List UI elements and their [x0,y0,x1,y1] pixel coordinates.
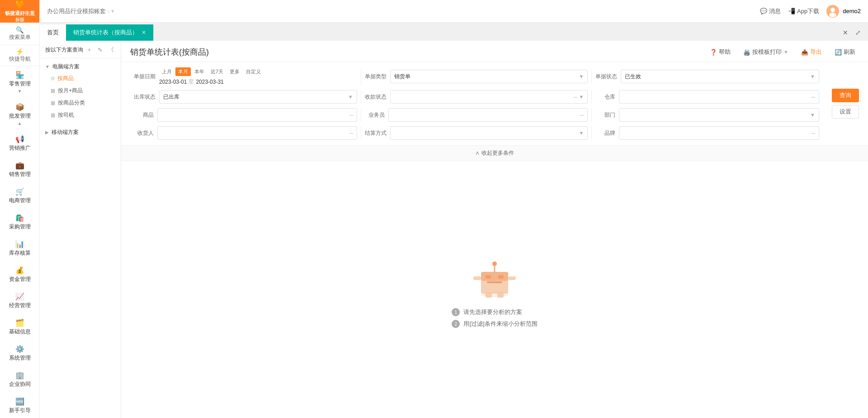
sidebar-item-basics-label: 基础信息 [9,328,31,336]
retail-icon: 🏪 [15,71,24,79]
date-tab-this-year[interactable]: 本年 [192,67,207,76]
sidebar-item-inventory-label: 库存核算 [9,249,31,257]
scheme-calendar-icon: ▦ [51,88,55,94]
receiver-dots-icon: ··· [349,129,353,137]
mobile-group-arrow-icon: ▶ [45,130,49,135]
tab-home-label: 首页 [47,28,59,37]
date-tab-this-month[interactable]: 本月 [175,67,191,76]
dept-select[interactable]: ▼ [619,108,819,122]
receiver-select[interactable]: ··· [157,126,357,140]
collapse-up-icon: ∧ [475,150,480,156]
scheme-group-mobile-header[interactable]: ▶ 移动端方案 [40,127,121,138]
tab-stats[interactable]: 销货单统计表（按商品） ✕ [66,24,154,41]
inventory-icon: 📊 [15,240,24,248]
date-field: 单据日期 上月 本月 本年 近7天 更多 自定义 [130,67,361,86]
sidebar-item-ecommerce[interactable]: 🛒 电商管理 [0,183,39,209]
sidebar-item-system[interactable]: ⚙️ 系统管理 [0,340,39,366]
tab-close-icon[interactable]: ✕ [142,30,146,35]
logo-icon: 🧡 [15,0,25,10]
print-icon: 🖨️ [743,49,750,56]
svg-point-2 [829,13,836,17]
export-button[interactable]: 📤 导出 [797,46,826,58]
out-status-field: 出库状态 已出库 ▼ [130,90,361,104]
query-form-buttons: 查询 设置 [823,67,868,140]
scheme-item-by-month-product-label: 按月+商品 [58,87,83,95]
product-dots-icon: ··· [349,111,353,119]
form-row-3: 商品 ··· 业务员 ··· [130,108,823,122]
purchase-icon: 🛍️ [15,214,24,222]
receive-status-select[interactable]: ··· ▼ [390,90,588,104]
message-action[interactable]: 💬 消息 [760,7,781,15]
sidebar-item-enterprise-label: 企业协同 [9,380,31,388]
breadcrumb-dropdown-icon[interactable]: ▾ [111,8,114,14]
add-scheme-button[interactable]: ＋ [85,45,94,54]
date-tab-custom[interactable]: 自定义 [243,67,264,76]
sidebar-search[interactable]: 🔍 搜索菜单 [0,23,39,45]
scheme-group-pc-header[interactable]: ▼ 电脑端方案 [40,61,121,72]
product-label: 商品 [134,111,157,119]
tab-close-all-button[interactable]: ✕ [841,28,850,37]
collapse-filter-button[interactable]: 《 [106,45,115,54]
scheme-item-by-register[interactable]: ▦ 按司机 [40,109,121,121]
sidebar-item-retail[interactable]: 🏪 零售管理 ▼ [0,66,39,98]
edit-scheme-button[interactable]: ✎ [95,45,104,54]
refresh-icon: 🔄 [835,49,842,56]
sidebar-item-sales[interactable]: 💼 销售管理 [0,157,39,183]
step-1-num: 1 [452,308,460,316]
date-to[interactable]: 2023-03-31 [196,79,223,85]
print-button[interactable]: 🖨️ 按模板打印 ▼ [740,46,792,58]
brand-select[interactable]: ··· [619,126,819,140]
out-status-select[interactable]: 已出库 ▼ [159,90,357,104]
receiver-field: 收货人 ··· [130,126,361,140]
settings-button[interactable]: 设置 [832,105,859,119]
guide-icon: 🆕 [15,397,24,406]
sidebar-item-system-label: 系统管理 [9,354,31,362]
doc-status-select[interactable]: 已生效 ▼ [621,70,819,83]
sidebar-item-finance[interactable]: 💰 资金管理 [0,261,39,288]
user-avatar [826,5,839,18]
sidebar-quick-nav-label: 快捷导航 [2,55,38,63]
app-download-label: App下载 [797,7,819,15]
app-download-action[interactable]: 📲 App下载 [788,7,819,15]
query-button[interactable]: 查询 [832,89,859,102]
help-button[interactable]: ❓ 帮助 [706,46,734,58]
user-menu[interactable]: demo2 [826,5,861,18]
tab-home[interactable]: 首页 [40,24,66,41]
sidebar-item-marketing-label: 营销推广 [9,144,31,152]
sidebar-item-inventory[interactable]: 📊 库存核算 [0,235,39,261]
retail-expand-icon: ▼ [18,89,22,94]
tab-expand-button[interactable]: ⤢ [854,28,863,37]
date-tab-last-7days[interactable]: 近7天 [208,67,226,76]
sidebar-quick-nav[interactable]: ⚡ 快捷导航 [0,45,39,66]
sidebar-item-purchase[interactable]: 🛍️ 采购管理 [0,209,39,235]
sidebar-item-marketing[interactable]: 📢 营销推广 [0,130,39,157]
marketing-icon: 📢 [15,135,24,143]
settlement-select[interactable]: ▼ [390,126,588,140]
sidebar-item-enterprise[interactable]: 🏢 企业协同 [0,366,39,393]
sidebar-item-basics[interactable]: 🗂️ 基础信息 [0,314,39,340]
sidebar-item-wholesale-label: 批发管理 [9,112,31,120]
sidebar-item-guide[interactable]: 🆕 新手引导 [0,393,39,418]
product-field: 商品 ··· [130,108,361,122]
date-tab-last-month[interactable]: 上月 [159,67,175,76]
scheme-item-by-month-product[interactable]: ▦ 按月+商品 [40,85,121,97]
collapse-bar[interactable]: ∧ 收起更多条件 [121,146,868,161]
print-label: 按模板打印 [752,48,782,56]
scheme-item-by-product[interactable]: ⊙ 按商品 [40,72,121,85]
out-status-chevron-icon: ▼ [348,94,353,100]
salesman-select[interactable]: ··· [388,108,588,122]
sidebar-item-wholesale[interactable]: 📦 批发管理 ▲ [0,98,39,130]
sidebar-item-operations[interactable]: 📈 经营管理 [0,288,39,314]
svg-rect-6 [486,275,491,279]
date-tab-more[interactable]: 更多 [227,67,242,76]
export-label: 导出 [810,48,822,56]
date-from[interactable]: 2023-03-01 [159,79,187,85]
refresh-button[interactable]: 🔄 刷新 [831,46,859,58]
filter-panel-actions: ＋ ✎ 《 [85,45,115,54]
finance-icon: 💰 [15,266,24,275]
doc-type-select[interactable]: 销货单 ▼ [390,70,588,83]
warehouse-select[interactable]: ··· [619,90,819,104]
product-select[interactable]: ··· [157,108,357,122]
scheme-item-by-category[interactable]: ▦ 按商品分类 [40,97,121,109]
content-area: 按以下方案查询 ＋ ✎ 《 ▼ 电脑端方案 ⊙ 按商品 ▦ [40,41,868,418]
